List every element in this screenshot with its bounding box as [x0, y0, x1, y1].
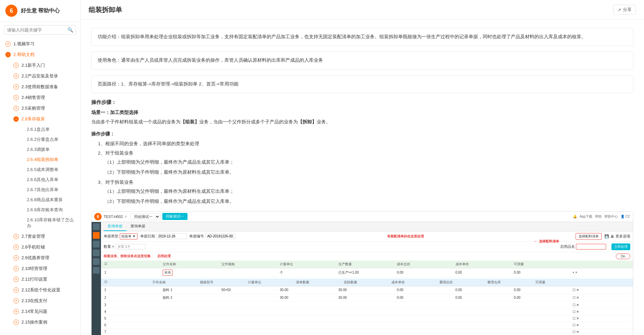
sidebar-item-27[interactable]: + 2.7资金管理	[13, 231, 80, 242]
sidebar-item-label: 2.7资金管理	[21, 233, 45, 239]
app-sidebar-icon-6	[93, 267, 100, 274]
sidebar-item-22[interactable]: + 2.2产品安装及登录	[13, 71, 80, 81]
row-spec	[221, 272, 279, 273]
header-unit-cost: 成本单价	[455, 262, 513, 267]
app-type-label: 单据类型	[104, 234, 118, 239]
app-version: v	[125, 215, 126, 218]
sidebar-item-212[interactable]: + 2.12系统个性化设置	[13, 285, 80, 295]
usage-role-block: 使用角色：通常由生产人员或库管人员完成拆装业务的操作，库管人员确认原材料的出库和…	[91, 51, 633, 69]
app-topbar: 6 TEST-H002 v 同创测试一 同账测试一 🔔 App下载 帮助 帮助中…	[92, 212, 633, 222]
app-print-icon[interactable]: 🖶	[610, 234, 614, 238]
docs-submenu: + 2.1新手入门 + 2.2产品安装及登录 + 2.3使用前数据准备 + 2.…	[0, 60, 80, 328]
sidebar-item-label: 2.9优惠券管理	[21, 255, 49, 261]
app-icon-help: 帮助	[595, 214, 602, 219]
sidebar-item-label: 2.5采购管理	[21, 105, 45, 111]
sidebar-item-21[interactable]: + 2.1新手入门	[13, 60, 80, 71]
lower-header-warehouse: 整理仓库	[487, 280, 535, 285]
sidebar-item-25[interactable]: + 2.5采购管理	[13, 103, 80, 114]
expand-icon: +	[5, 41, 11, 47]
sidebar-item-263[interactable]: 2.6.3调拨单	[27, 145, 80, 155]
sidebar-item-266[interactable]: 2.6.6其他入库单	[27, 175, 80, 185]
sidebar-item-215[interactable]: + 2.15操作案例	[13, 317, 80, 328]
sidebar-item-269[interactable]: 2.6.9库存账本查询	[27, 205, 80, 215]
sidebar-item-video[interactable]: + 1.视频学习	[0, 39, 80, 49]
header-parent-spec: 父件规格	[221, 262, 279, 267]
logo-icon: 6	[5, 5, 17, 17]
sub-26-items: 2.6.1盘点单 2.6.2分量盘点单 2.6.3调拨单 2.6.4组装拆卸单 …	[13, 124, 80, 231]
sidebar-item-261[interactable]: 2.6.1盘点单	[27, 124, 80, 134]
upper-table-row-1: 1 米布 个 已生产×<1.00 0.00 0.00 0.00 +	[101, 268, 633, 277]
search-icon[interactable]: 🔍	[67, 27, 73, 33]
step3-1: （1）上部明细为父件明细，最终作为原材料生成其它出库单；	[105, 187, 633, 196]
app-enable-input[interactable]	[576, 244, 606, 249]
share-button[interactable]: ↗ 分享	[613, 5, 636, 15]
sidebar-item-214[interactable]: + 2.14常见问题	[13, 306, 80, 317]
search-box[interactable]: 🔍	[4, 25, 76, 35]
app-type-value[interactable]: 组装单 ▼	[120, 233, 138, 239]
search-input[interactable]	[7, 27, 67, 33]
app-save-icon[interactable]: 💾	[604, 234, 609, 238]
app-icon-notification: 🔔	[573, 215, 577, 218]
expand-icon: +	[13, 84, 19, 90]
sidebar-item-265[interactable]: 2.6.5成本调整单	[27, 165, 80, 175]
app-more-icon[interactable]: 更多选项	[615, 234, 630, 239]
header-available: 可用量	[513, 262, 572, 267]
lower-header-spec: 规格型号	[199, 280, 247, 285]
main-area: 组装拆卸单 ↗ 分享 功能介绍：组装拆卸单用来处理企业组装或拆卸等加工业务，支持…	[80, 0, 644, 335]
sidebar-item-2610[interactable]: 2.6.10库存账本错了怎么办	[27, 215, 80, 231]
sidebar-item-267[interactable]: 2.6.7其他出库单	[27, 185, 80, 195]
header-parent-name: 父件名称	[162, 262, 220, 267]
scenario1-desc: 当由多个子件材料组装成一个成品的业务为【组装】业务，当由一个父件拆分成多个子产品…	[91, 118, 633, 126]
sidebar-item-211[interactable]: + 2.11打印设置	[13, 274, 80, 285]
lower-header-unit: 计量单位	[247, 280, 295, 285]
feature-intro-block: 功能介绍：组装拆卸单用来处理企业组装或拆卸等加工业务，支持有固定装配清单的产品加…	[91, 28, 633, 46]
app-sidebar-icon-2	[93, 232, 100, 239]
sidebar-item-264[interactable]: 2.6.4组装拆卸单	[27, 155, 80, 165]
app-form-area: 新增单据 查询单据 单据类型 组装单 ▼ 单据日期	[101, 222, 633, 335]
lower-header-act	[582, 280, 630, 285]
lower-header-actual-qty: 实际数量	[343, 280, 391, 285]
app-on-toggle[interactable]: On	[616, 254, 630, 259]
sidebar-item-213[interactable]: + 2.13在线支付	[13, 295, 80, 306]
step3-2: （2）下部明细为子件明细，最终作为产成品生成其它入库单。	[105, 197, 633, 206]
app-new-btn[interactable]: 同账测试一	[162, 213, 187, 220]
app-orange-bar-area: 组装业务、拆卸业务在这里切换 启用处理 On	[101, 252, 633, 261]
page-path-text: 页面路径：1、库存核算->库存管理->组装拆卸单 2、首页->常用功能	[98, 81, 238, 87]
app-date-field: 单据日期	[140, 233, 186, 239]
sidebar-item-26[interactable]: − 2.6库存核算	[13, 114, 80, 124]
app-type-field: 单据类型 组装单 ▼	[104, 233, 138, 239]
sidebar-item-label: 2.14常见问题	[21, 309, 47, 315]
header-checkbox: ☑	[104, 262, 162, 267]
screenshot-container: 6 TEST-H002 v 同创测试一 同账测试一 🔔 App下载 帮助 帮助中…	[91, 211, 633, 335]
sidebar-item-24[interactable]: + 2.4销售管理	[13, 92, 80, 103]
app-date-input[interactable]	[156, 233, 186, 239]
sidebar-item-28[interactable]: + 2.8手机旺铺	[13, 242, 80, 253]
app-tab-list[interactable]: 查询单据	[126, 222, 149, 231]
row-del-icon[interactable]: ×	[575, 271, 577, 274]
app-company-select[interactable]: 同创测试一	[130, 213, 160, 220]
row-name-input[interactable]: 米布	[163, 270, 173, 276]
expand-icon: +	[13, 298, 19, 303]
app-qty-input[interactable]	[115, 244, 146, 249]
app-top-icons: 🔔 App下载 帮助 帮助中心 👤 CC	[573, 214, 630, 219]
app-tab-new[interactable]: 新增单据	[104, 222, 126, 231]
app-num-field: 单据编号	[189, 233, 235, 239]
feature-intro-text: 功能介绍：组装拆卸单用来处理企业组装或拆卸等加工业务，支持有固定装配清单的产品加…	[98, 34, 586, 39]
row-action-icons: + ×	[572, 270, 630, 275]
app-bom-btn[interactable]: 选择配料清单	[576, 233, 602, 240]
sidebar-item-label: 2.13在线支付	[21, 298, 47, 304]
sidebar-item-268[interactable]: 2.6.8商品成本重算	[27, 195, 80, 205]
app-bom-field: 选择配料清单	[576, 233, 602, 240]
row-add-icon[interactable]: +	[573, 271, 575, 274]
app-sidebar-icon-4	[93, 249, 100, 256]
app-confirm-btn[interactable]: 立即处理	[611, 243, 630, 250]
main-header: 组装拆卸单 ↗ 分享	[80, 0, 644, 20]
sidebar-item-29[interactable]: + 2.9优惠券管理	[13, 253, 80, 263]
sidebar-item-23[interactable]: + 2.3使用前数据准备	[13, 81, 80, 92]
app-num-input[interactable]	[205, 233, 235, 239]
lower-header-bom-qty: 清单数量	[295, 280, 343, 285]
sidebar-item-docs[interactable]: − 2.帮助文档	[0, 49, 80, 60]
sidebar-item-210[interactable]: + 2.10经营管理	[13, 263, 80, 274]
annotation-arrow-bom: ← 选择配料清单	[534, 239, 559, 244]
sidebar-item-262[interactable]: 2.6.2分量盘点单	[27, 134, 80, 145]
